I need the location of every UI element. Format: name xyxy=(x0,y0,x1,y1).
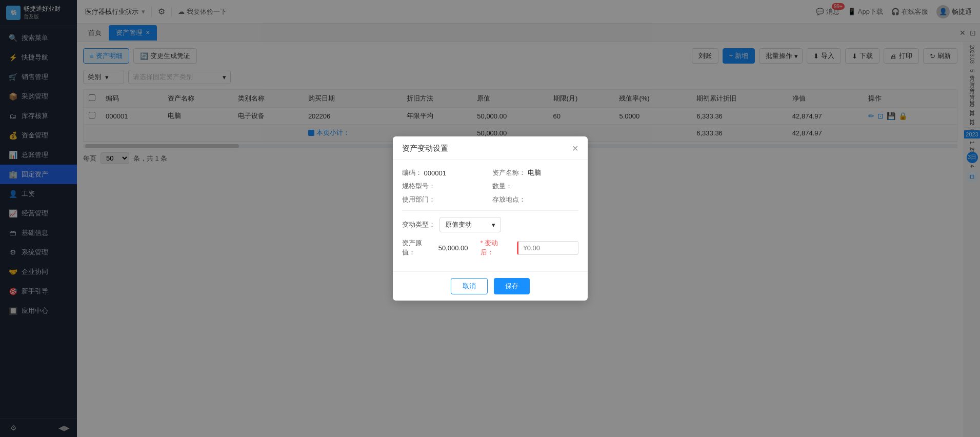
modal-dept-label: 使用部门： xyxy=(402,195,435,204)
modal-change-type-label: 变动类型： xyxy=(402,220,435,229)
modal-quantity-item: 数量： xyxy=(492,182,578,191)
modal-spec-label: 规格型号： xyxy=(402,182,435,191)
modal-after-change-label: * 变动后： xyxy=(481,239,511,257)
modal-asset-name-item: 资产名称： 电脑 xyxy=(492,168,578,177)
modal-quantity-label: 数量： xyxy=(492,182,512,191)
modal-body: 编码： 000001 资产名称： 电脑 规格型号： 数量： 使用部门： xyxy=(393,160,588,271)
modal-after-change-input[interactable] xyxy=(517,241,578,255)
modal-close-btn[interactable]: ✕ xyxy=(572,144,578,153)
modal-select-arrow: ▾ xyxy=(492,221,495,229)
modal-code-item: 编码： 000001 xyxy=(402,168,488,177)
modal-asset-name-value: 电脑 xyxy=(528,168,541,177)
save-button[interactable]: 保存 xyxy=(494,278,530,294)
modal-divider xyxy=(402,210,578,211)
modal-change-type-value: 原值变动 xyxy=(445,220,472,229)
modal-spec-item: 规格型号： xyxy=(402,182,488,191)
modal-code-label: 编码： xyxy=(402,168,422,177)
modal-location-item: 存放地点： xyxy=(492,195,578,204)
modal-location-label: 存放地点： xyxy=(492,195,526,204)
modal-change-type-select[interactable]: 原值变动 ▾ xyxy=(439,217,501,232)
modal-asset-name-label: 资产名称： xyxy=(492,168,526,177)
asset-change-modal: 资产变动设置 ✕ 编码： 000001 资产名称： 电脑 规格型号： 数量： xyxy=(393,136,588,301)
cancel-button[interactable]: 取消 xyxy=(451,278,488,294)
modal-change-type-row: 变动类型： 原值变动 ▾ xyxy=(402,217,578,232)
modal-dept-item: 使用部门： xyxy=(402,195,488,204)
modal-overlay: 资产变动设置 ✕ 编码： 000001 资产名称： 电脑 规格型号： 数量： xyxy=(0,0,980,437)
modal-original-value-row: 资产原值： 50,000.00 * 变动后： xyxy=(402,239,578,257)
modal-footer: 取消 保存 xyxy=(393,271,588,301)
modal-original-value-label: 资产原值： xyxy=(402,239,434,257)
modal-original-value-value: 50,000.00 xyxy=(438,244,468,252)
modal-code-value: 000001 xyxy=(424,169,446,177)
modal-header: 资产变动设置 ✕ xyxy=(393,136,588,160)
modal-title: 资产变动设置 xyxy=(402,144,448,153)
modal-info-grid: 编码： 000001 资产名称： 电脑 规格型号： 数量： 使用部门： xyxy=(402,168,578,204)
